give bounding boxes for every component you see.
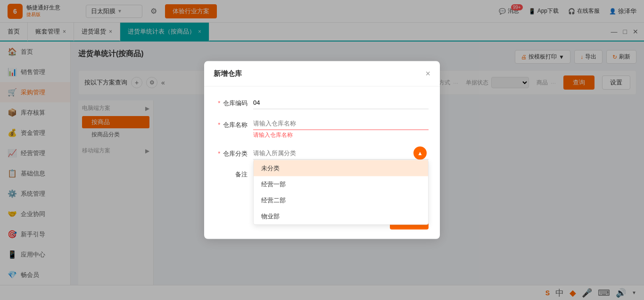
new-warehouse-modal: 新增仓库 × * 仓库编码 * 仓库名称 请输入仓库名称 xyxy=(204,61,440,239)
code-field-row: * 仓库编码 xyxy=(215,96,429,109)
name-field-row: * 仓库名称 请输入仓库名称 xyxy=(215,117,429,139)
code-label: * 仓库编码 xyxy=(215,96,253,108)
dropdown-item-dept3[interactable]: 物业部 xyxy=(254,208,428,225)
category-input[interactable] xyxy=(253,147,429,160)
category-input-wrap: ▲ 未分类 经营一部 经营二部 物业部 xyxy=(253,147,429,160)
modal-header: 新增仓库 × xyxy=(204,61,440,87)
modal-body: * 仓库编码 * 仓库名称 请输入仓库名称 * 仓库分类 xyxy=(204,87,440,208)
category-label: * 仓库分类 xyxy=(215,147,253,158)
dropdown-item-dept2[interactable]: 经营二部 xyxy=(254,192,428,208)
category-toggle-button[interactable]: ▲ xyxy=(413,147,427,160)
category-dropdown: 未分类 经营一部 经营二部 物业部 xyxy=(253,160,429,225)
name-label: * 仓库名称 xyxy=(215,118,253,129)
remark-label: 备注 xyxy=(215,167,253,179)
dropdown-item-uncategorized[interactable]: 未分类 xyxy=(254,160,428,176)
modal-title: 新增仓库 xyxy=(214,69,242,78)
name-error-msg: 请输入仓库名称 xyxy=(253,131,429,139)
modal-close-button[interactable]: × xyxy=(425,69,430,79)
name-input[interactable] xyxy=(253,117,429,130)
dropdown-item-dept1[interactable]: 经营一部 xyxy=(254,176,428,192)
category-field-row: * 仓库分类 ▲ 未分类 经营一部 经营二部 xyxy=(215,147,429,160)
code-input[interactable] xyxy=(253,96,429,109)
